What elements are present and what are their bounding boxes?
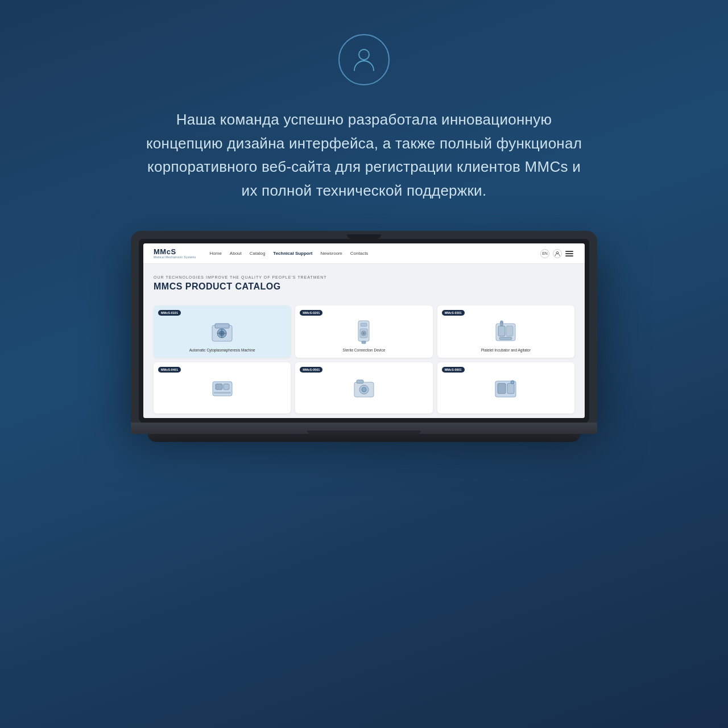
product-name-0301: Platelet Incubator and Agitator — [481, 348, 531, 353]
nav-catalog[interactable]: Catalog — [250, 251, 266, 256]
nav-right-controls: EN — [540, 249, 574, 258]
product-grid-row2: MMcS-0401 MMcS-0501 — [143, 362, 585, 418]
svg-rect-10 — [361, 323, 367, 326]
svg-point-27 — [362, 387, 366, 392]
product-image-0501 — [350, 376, 378, 402]
nav-lang-label: EN — [542, 251, 548, 255]
svg-point-13 — [363, 332, 365, 334]
svg-rect-31 — [507, 383, 514, 394]
svg-rect-28 — [357, 380, 363, 383]
svg-rect-3 — [215, 324, 229, 328]
nav-logo-title: MMcS — [154, 248, 196, 255]
svg-point-32 — [511, 380, 514, 384]
svg-point-0 — [359, 49, 369, 60]
product-name-0201: Sterile Connection Device — [343, 348, 386, 353]
product-card-0201[interactable]: MMcS-0201 Sterile Connection D — [295, 305, 432, 357]
website-hero: OUR TECHNOLOGIES IMPROVE THE QUALITY OF … — [143, 264, 585, 305]
product-image-0101 — [208, 319, 237, 345]
nav-links: Home About Catalog Technical Support New… — [210, 251, 540, 256]
nav-home[interactable]: Home — [210, 251, 222, 256]
person-icon — [338, 34, 390, 85]
svg-rect-20 — [500, 322, 503, 326]
product-image-0401 — [208, 376, 237, 402]
nav-technical-support[interactable]: Technical Support — [273, 251, 312, 256]
svg-rect-30 — [498, 383, 506, 394]
svg-rect-23 — [224, 384, 229, 390]
screen-content: MMcS Medical Mechatronic Systems Home Ab… — [143, 243, 585, 417]
product-card-0401[interactable]: MMcS-0401 — [154, 362, 291, 413]
product-image-0201 — [350, 319, 378, 345]
nav-newsroom[interactable]: Newsroom — [321, 251, 342, 256]
svg-rect-18 — [499, 337, 512, 340]
svg-rect-16 — [498, 326, 505, 336]
nav-contacts[interactable]: Contacts — [350, 251, 369, 256]
product-image-0601 — [491, 376, 520, 402]
product-badge-0501: MMcS-0501 — [300, 367, 322, 373]
product-name-0101: Automatic Cytoplasmapheresis Machine — [189, 348, 255, 353]
laptop-stand — [148, 434, 580, 442]
product-image-0301 — [491, 319, 520, 345]
product-badge-0301: MMcS-0301 — [442, 310, 465, 316]
hero-subtitle: OUR TECHNOLOGIES IMPROVE THE QUALITY OF … — [154, 275, 574, 279]
laptop-mockup: MMcS Medical Mechatronic Systems Home Ab… — [131, 231, 597, 441]
product-badge-0201: MMcS-0201 — [300, 310, 322, 316]
product-badge-0101: MMcS-0101 — [158, 310, 181, 316]
product-card-0601[interactable]: MMcS-0601 — [437, 362, 574, 413]
nav-user-button[interactable] — [553, 249, 562, 258]
nav-language-toggle[interactable]: EN — [540, 249, 549, 258]
product-card-0301[interactable]: MMcS-0301 Platelet Incubator a — [437, 305, 574, 357]
main-description-text: Наша команда успешно разработала инновац… — [142, 108, 586, 202]
product-badge-0601: MMcS-0601 — [442, 367, 465, 373]
product-card-0101[interactable]: MMcS-0101 Aut — [154, 305, 291, 357]
svg-rect-22 — [216, 384, 222, 390]
screen-bezel: MMcS Medical Mechatronic Systems Home Ab… — [139, 239, 589, 422]
svg-rect-24 — [214, 392, 231, 394]
nav-menu-button[interactable] — [565, 249, 574, 258]
laptop-body: MMcS Medical Mechatronic Systems Home Ab… — [131, 231, 597, 422]
product-card-0501[interactable]: MMcS-0501 — [295, 362, 432, 413]
nav-logo: MMcS Medical Mechatronic Systems — [154, 248, 196, 259]
laptop-base — [131, 423, 597, 434]
nav-about[interactable]: About — [230, 251, 242, 256]
camera-notch — [347, 234, 381, 239]
svg-rect-17 — [506, 326, 513, 336]
hero-title: MMCS PRODUCT CATALOG — [154, 282, 574, 292]
nav-logo-subtitle: Medical Mechatronic Systems — [154, 255, 196, 259]
svg-rect-14 — [362, 341, 366, 344]
product-badge-0401: MMcS-0401 — [158, 367, 181, 373]
website-navbar: MMcS Medical Mechatronic Systems Home Ab… — [143, 243, 585, 264]
product-grid-row1: MMcS-0101 Aut — [143, 305, 585, 362]
